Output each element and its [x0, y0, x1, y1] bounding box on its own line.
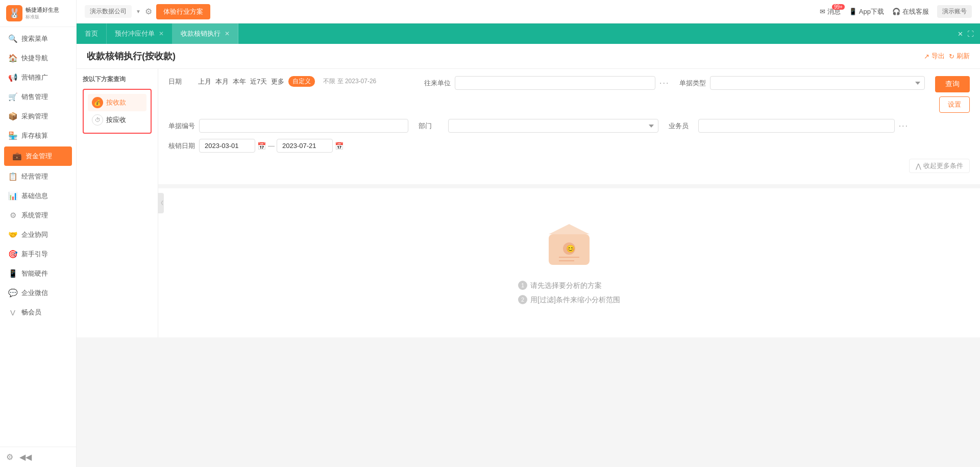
- verify-date-end-input[interactable]: 2023-07-21: [277, 139, 333, 153]
- app-container: 🐰 畅捷通好生意 标准版 🔍 搜索菜单 🏠 快捷导航 📢 营销推广 🛒: [0, 0, 980, 467]
- empty-section: 😊 1 请先选择要分析的方案: [158, 184, 980, 337]
- box-icon: 📦: [8, 112, 17, 121]
- handshake-icon: 🤝: [8, 230, 17, 239]
- date-more[interactable]: 更多: [271, 77, 284, 86]
- date-separator: —: [268, 142, 275, 150]
- sidebar-item-quicknav[interactable]: 🏠 快捷导航: [0, 48, 76, 68]
- date-last-month[interactable]: 上月: [198, 77, 211, 86]
- date-custom[interactable]: 自定义: [288, 76, 315, 87]
- sidebar-item-enterprise[interactable]: 🤝 企业协同: [0, 225, 76, 244]
- party-input[interactable]: [455, 76, 655, 90]
- vip-icon: V: [8, 308, 17, 317]
- filter-by-receivable[interactable]: ⏱ 按应收: [88, 111, 146, 129]
- dept-row: 部门: [419, 119, 658, 133]
- sidebar-item-funds[interactable]: 💼 资金管理: [4, 146, 72, 166]
- date-7days[interactable]: 近7天: [250, 77, 267, 86]
- verify-date-label: 核销日期: [168, 141, 195, 151]
- collapse-sidebar-icon[interactable]: ◀◀: [19, 452, 32, 462]
- briefcase-icon: 💼: [12, 152, 21, 161]
- date-this-year[interactable]: 本年: [233, 77, 246, 86]
- maximize-window-icon[interactable]: ⛶: [967, 30, 974, 38]
- dept-label: 部门: [419, 121, 444, 131]
- tab-verify[interactable]: 收款核销执行 ✕: [173, 23, 238, 44]
- logo-icon: 🐰: [6, 5, 22, 21]
- clipboard-icon: 📋: [8, 172, 17, 181]
- verify-date-start-input[interactable]: 2023-03-01: [199, 139, 255, 153]
- sidebar-item-operations[interactable]: 📋 经营管理: [0, 167, 76, 186]
- svg-text:😊: 😊: [566, 244, 575, 253]
- online-service-btn[interactable]: 🎧 在线客服: [892, 7, 929, 16]
- app-download-btn[interactable]: 📱 App下载: [849, 7, 884, 16]
- settings-bottom-icon[interactable]: ⚙: [6, 452, 13, 462]
- collapse-more: ⋀ 收起更多条件: [168, 155, 970, 177]
- company-dropdown-icon[interactable]: ▼: [136, 9, 141, 14]
- home-icon: 🏠: [8, 54, 17, 63]
- filter-by-receipt[interactable]: 💰 按收款: [88, 94, 146, 111]
- export-button[interactable]: ↗ 导出: [924, 52, 945, 61]
- order-type-select[interactable]: [710, 76, 925, 90]
- sidebar-item-member[interactable]: V 畅会员: [0, 303, 76, 322]
- date-shortcuts: 上月 本月 本年 近7天 更多 自定义 不限 至 2023-07-26: [198, 76, 414, 87]
- device-icon: 📱: [8, 269, 17, 278]
- query-section: 日期 上月 本月 本年 近7天 更多 自定义 不限 至 2023-07-26: [158, 69, 980, 184]
- sidebar-item-marketing[interactable]: 📢 营销推广: [0, 68, 76, 87]
- cart-icon: 🛒: [8, 92, 17, 102]
- collapse-filter-btn[interactable]: 《: [158, 193, 164, 213]
- sidebar-item-purchase[interactable]: 📦 采购管理: [0, 107, 76, 126]
- message-badge: 99+: [832, 4, 845, 10]
- page-header: 收款核销执行(按收款) ↗ 导出 ↻ 刷新: [77, 44, 980, 69]
- staff-dots-btn[interactable]: ···: [899, 121, 909, 131]
- collapse-more-btn[interactable]: ⋀ 收起更多条件: [909, 159, 970, 173]
- order-no-row: 单据编号: [168, 119, 408, 133]
- industry-btn[interactable]: 体验行业方案: [156, 4, 210, 19]
- query-button[interactable]: 查询: [935, 76, 970, 92]
- settings-button[interactable]: 设置: [939, 96, 970, 113]
- dept-select[interactable]: [448, 119, 658, 133]
- party-row: 往来单位 ···: [424, 76, 670, 90]
- tab-prepayment[interactable]: 预付冲应付单 ✕: [107, 23, 173, 44]
- sidebar-bottom: ⚙ ◀◀: [0, 447, 76, 467]
- topbar-gear-icon[interactable]: ⚙: [145, 7, 152, 16]
- sidebar-item-system[interactable]: ⚙ 系统管理: [0, 206, 76, 225]
- filter-panel-title: 按以下方案查询: [83, 75, 152, 84]
- content-wrapper: 按以下方案查询 💰 按收款 ⏱ 按应收 《: [77, 69, 980, 337]
- user-avatar[interactable]: 演示账号: [937, 5, 972, 18]
- store-icon: 🏪: [8, 131, 17, 140]
- order-no-input[interactable]: [199, 119, 408, 133]
- empty-illustration: 😊: [538, 219, 600, 270]
- order-type-row: 单据类型: [679, 76, 925, 90]
- main-container: 演示数据公司 ▼ ⚙ 体验行业方案 ✉ 消息 99+ 📱 App下载 🎧 在线客…: [77, 0, 980, 467]
- sidebar-item-sales[interactable]: 🛒 销售管理: [0, 87, 76, 107]
- chat-icon: 💬: [8, 288, 17, 298]
- sidebar-item-inventory[interactable]: 🏪 库存核算: [0, 126, 76, 145]
- empty-step-2: 2 用[过滤]条件来缩小分析范围: [518, 292, 620, 307]
- export-icon: ↗: [924, 53, 929, 60]
- date-this-month[interactable]: 本月: [215, 77, 229, 86]
- logo-badge: 标准版: [26, 14, 59, 20]
- headset-icon: 🎧: [892, 8, 900, 15]
- refresh-button[interactable]: ↻ 刷新: [949, 52, 970, 61]
- order-no-label: 单据编号: [168, 121, 195, 131]
- close-window-icon[interactable]: ✕: [958, 30, 963, 38]
- verify-date-end-cal-icon[interactable]: 📅: [335, 142, 344, 150]
- tab-close-prepayment[interactable]: ✕: [159, 30, 164, 37]
- sidebar-item-search[interactable]: 🔍 搜索菜单: [0, 29, 76, 48]
- verify-date-start-cal-icon[interactable]: 📅: [257, 142, 266, 150]
- tab-home[interactable]: 首页: [77, 23, 107, 44]
- page-actions: ↗ 导出 ↻ 刷新: [924, 52, 970, 61]
- query-action-col: 查询 设置: [935, 76, 970, 113]
- company-name-display: 演示数据公司: [85, 5, 132, 18]
- sidebar-nav: 🔍 搜索菜单 🏠 快捷导航 📢 营销推广 🛒 销售管理 📦 采购管理 🏪: [0, 27, 76, 447]
- chart-icon: 📊: [8, 191, 17, 201]
- empty-steps: 1 请先选择要分析的方案 2 用[过滤]条件来缩小分析范围: [518, 278, 620, 307]
- staff-input[interactable]: [698, 119, 895, 133]
- sidebar-item-basicinfo[interactable]: 📊 基础信息: [0, 186, 76, 206]
- message-btn[interactable]: ✉ 消息 99+: [820, 7, 841, 16]
- sidebar-item-wechat[interactable]: 💬 企业微信: [0, 283, 76, 303]
- tab-close-verify[interactable]: ✕: [225, 30, 230, 37]
- topbar: 演示数据公司 ▼ ⚙ 体验行业方案 ✉ 消息 99+ 📱 App下载 🎧 在线客…: [77, 0, 980, 23]
- party-dots-btn[interactable]: ···: [659, 79, 669, 88]
- empty-step2-text: 用[过滤]条件来缩小分析范围: [530, 292, 620, 307]
- sidebar-item-hardware[interactable]: 📱 智能硬件: [0, 264, 76, 283]
- sidebar-item-newbie[interactable]: 🎯 新手引导: [0, 244, 76, 264]
